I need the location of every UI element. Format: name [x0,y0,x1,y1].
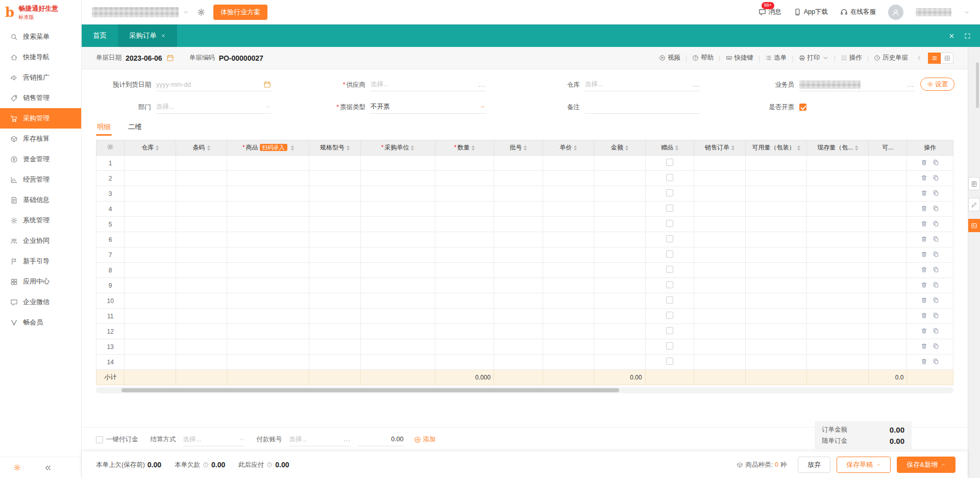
col-price[interactable]: 单价 [543,140,594,156]
delete-row-icon[interactable] [921,251,927,258]
avatar[interactable] [888,5,903,20]
cell-unit[interactable] [360,278,435,293]
col-qty[interactable]: *数量 [435,140,494,156]
gift-checkbox[interactable] [666,250,673,258]
cell-stock_pack[interactable] [807,263,869,278]
col-sales_order[interactable]: 销售订单 [694,140,746,156]
cell-price[interactable] [543,186,594,202]
sort-icon[interactable] [855,145,858,150]
cell-price[interactable] [543,278,594,293]
cell-product[interactable] [227,293,309,309]
col-barcode[interactable]: 条码 [176,140,227,156]
delete-row-icon[interactable] [921,159,927,166]
sort-icon[interactable] [291,145,294,150]
cell-warehouse[interactable] [125,324,176,339]
payment-account-select[interactable]: 选择... ... [289,433,351,446]
delete-row-icon[interactable] [921,174,927,181]
messages-button[interactable]: 99+ 消息 [758,8,781,16]
department-select[interactable]: 选择... [156,100,271,114]
tab-dimension[interactable]: 二维 [127,119,143,136]
cell-barcode[interactable] [176,263,227,278]
sidebar-item-box[interactable]: 库存核算 [0,129,81,149]
cell-unit[interactable] [360,339,435,355]
cell-stock_pack[interactable] [807,339,869,355]
tool-ops[interactable]: 操作 [841,54,862,62]
cell-avail_pack[interactable] [745,202,807,217]
cell-qty[interactable] [435,186,494,202]
cell-barcode[interactable] [176,171,227,186]
copy-row-icon[interactable] [933,312,939,319]
copy-row-icon[interactable] [933,205,939,212]
cell-sales_order[interactable] [694,156,746,171]
cell-sales_order[interactable] [694,247,746,263]
cell-sales_order[interactable] [694,217,746,232]
more-icon[interactable]: ... [344,436,350,443]
cell-avail_cut[interactable] [869,202,907,217]
cell-product[interactable] [227,232,309,247]
cell-avail_pack[interactable] [745,309,807,324]
cell-qty[interactable] [435,232,494,247]
sort-icon[interactable] [797,145,800,150]
copy-row-icon[interactable] [933,236,939,242]
cell-amount[interactable] [594,171,646,186]
cell-barcode[interactable] [176,217,227,232]
gift-checkbox[interactable] [666,159,673,166]
cell-sales_order[interactable] [694,355,746,370]
delete-row-icon[interactable] [921,220,927,227]
invoice-checkbox[interactable] [799,104,806,111]
copy-row-icon[interactable] [933,220,939,227]
cell-avail_cut[interactable] [869,186,907,202]
vertical-scrollbar-thumb[interactable] [976,62,979,108]
cell-amount[interactable] [594,324,646,339]
col-product[interactable]: *商品扫码录入 [227,140,309,156]
cell-unit[interactable] [360,293,435,309]
more-icon[interactable]: ... [479,81,485,88]
cell-sales_order[interactable] [694,232,746,247]
close-tab-icon[interactable] [161,33,166,38]
cell-avail_pack[interactable] [745,186,807,202]
cell-barcode[interactable] [176,156,227,171]
gift-checkbox[interactable] [666,174,673,181]
tool-keyboard[interactable]: 快捷键 [726,54,754,62]
col-unit[interactable]: *采购单位 [360,140,435,156]
cell-amount[interactable] [594,156,646,171]
cell-price[interactable] [543,324,594,339]
sort-icon[interactable] [524,145,527,150]
col-spec[interactable]: 规格型号 [309,140,361,156]
cell-avail_pack[interactable] [745,217,807,232]
save-and-new-button[interactable]: 保存&新增 [897,457,955,473]
cell-avail_pack[interactable] [745,278,807,293]
cell-warehouse[interactable] [125,355,176,370]
chevron-down-icon[interactable] [183,9,189,15]
cell-stock_pack[interactable] [807,324,869,339]
sort-icon[interactable] [411,145,414,150]
salesman-select[interactable]: ... [799,78,914,91]
copy-row-icon[interactable] [933,297,939,304]
sort-icon[interactable] [731,145,734,150]
tool-history[interactable]: 历史单据 [874,54,908,62]
gift-checkbox[interactable] [666,220,673,227]
chevron-down-icon[interactable] [265,104,271,110]
cell-batch[interactable] [494,217,543,232]
cell-unit[interactable] [360,263,435,278]
supplier-select[interactable]: 选择... ... [371,78,485,91]
cell-stock_pack[interactable] [807,232,869,247]
cell-sales_order[interactable] [694,339,746,355]
cell-avail_pack[interactable] [745,263,807,278]
cell-amount[interactable] [594,293,646,309]
cell-qty[interactable] [435,156,494,171]
cell-warehouse[interactable] [125,232,176,247]
cell-avail_pack[interactable] [745,171,807,186]
sort-icon[interactable] [625,145,628,150]
cell-avail_pack[interactable] [745,293,807,309]
cell-unit[interactable] [360,171,435,186]
remark-input[interactable] [585,100,700,114]
cell-sales_order[interactable] [694,263,746,278]
cell-warehouse[interactable] [125,293,176,309]
cell-qty[interactable] [435,263,494,278]
sidebar-item-cart[interactable]: 采购管理 [0,108,81,129]
cell-amount[interactable] [594,247,646,263]
cell-avail_cut[interactable] [869,217,907,232]
sort-icon[interactable] [574,145,577,150]
col-avail_pack[interactable]: 可用量（包装） [745,140,807,156]
